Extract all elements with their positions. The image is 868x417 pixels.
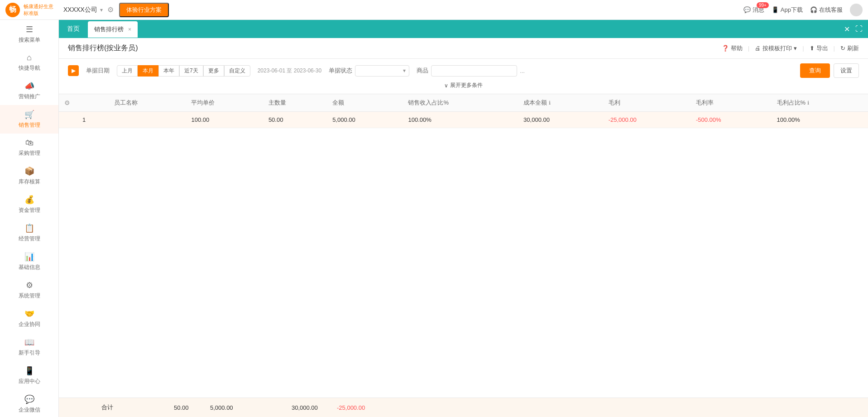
col-avg-price: 平均单价 xyxy=(186,94,263,112)
status-select[interactable] xyxy=(355,65,409,77)
tab-sales-ranking[interactable]: 销售排行榜 × xyxy=(88,21,138,38)
settings-button[interactable]: 设置 xyxy=(834,63,859,78)
date-range-display: 2023-06-01 至 2023-06-30 xyxy=(258,67,321,75)
app-download-button[interactable]: 📱 App下载 xyxy=(772,6,803,14)
goods-filter: 商品 ... xyxy=(417,65,525,77)
page-title: 销售排行榜(按业务员) xyxy=(68,43,138,53)
query-button[interactable]: 查询 xyxy=(800,63,830,78)
col-gross-rate: 毛利率 xyxy=(691,94,772,112)
content-area: 首页 销售排行榜 × ✕ ⛶ 销售排行榜(按业务员) ❓ xyxy=(59,20,868,417)
tab-close-icon[interactable]: × xyxy=(128,26,131,33)
sidebar-item-label: 库存核算 xyxy=(19,178,40,186)
company-settings-icon[interactable]: ⚙ xyxy=(107,5,114,14)
goods-label: 商品 xyxy=(417,67,428,75)
service-icon: 🎧 xyxy=(810,6,817,13)
sidebar-item-quicknav[interactable]: ⌂ 快捷导航 xyxy=(0,48,58,77)
sidebar-item-label: 搜索菜单 xyxy=(19,36,40,44)
footer-cost: 30,000.00 xyxy=(286,403,331,413)
date-btn-thismonth[interactable]: 本月 xyxy=(138,65,158,77)
sidebar-item-system[interactable]: ⚙ 系统管理 xyxy=(0,276,58,304)
logo: 畅 畅康通好生意 标准版 xyxy=(5,3,60,17)
export-button[interactable]: ⬆ 导出 xyxy=(810,44,828,53)
print-button[interactable]: 🖨 按模板打印 ▾ xyxy=(755,44,797,53)
sidebar-item-purchase[interactable]: 🛍 采购管理 xyxy=(0,134,58,162)
sidebar-item-label: 基础信息 xyxy=(19,264,40,271)
tab-home[interactable]: 首页 xyxy=(59,20,88,38)
goods-input[interactable] xyxy=(431,65,517,77)
enterprise-icon: 🤝 xyxy=(24,309,34,319)
col-settings: ⚙ xyxy=(59,94,77,112)
online-service-button[interactable]: 🎧 在线客服 xyxy=(810,6,843,14)
date-btn-more[interactable]: 更多 xyxy=(203,65,224,77)
page-header: 销售排行榜(按业务员) ❓ 帮助 | 🖨 按模板打印 ▾ | xyxy=(59,38,868,59)
refresh-button[interactable]: ↻ 刷新 xyxy=(840,44,859,53)
filter-arrow-icon[interactable]: ▶ xyxy=(68,65,79,76)
col-sales-pct: 销售收入占比% xyxy=(403,94,518,112)
sidebar-item-appstore[interactable]: 📱 应用中心 xyxy=(0,361,58,390)
app-icon: 📱 xyxy=(772,6,779,13)
footer-gross: -25,000.00 xyxy=(331,403,377,413)
trial-button[interactable]: 体验行业方案 xyxy=(119,3,169,17)
sidebar-item-finance[interactable]: 💰 资金管理 xyxy=(0,190,58,219)
cell-gross-rate: -500.00% xyxy=(691,112,772,128)
table-row: 1 100.00 50.00 5,000.00 100.00% 30,000.0… xyxy=(59,112,868,128)
sidebar-item-label: 企业微信 xyxy=(19,406,40,414)
cell-name xyxy=(109,112,186,128)
basic-info-icon: 📊 xyxy=(24,252,34,262)
logo-icon: 畅 xyxy=(5,3,20,17)
sidebar-item-marketing[interactable]: 📣 营销推广 xyxy=(0,77,58,105)
cell-gross: -25,000.00 xyxy=(603,112,691,128)
home-icon: ⌂ xyxy=(27,53,32,62)
tab-bar-right: ✕ ⛶ xyxy=(844,25,868,34)
divider3: | xyxy=(834,45,835,52)
date-btn-7days[interactable]: 近7天 xyxy=(179,65,203,77)
expand-button[interactable]: ∨ 展开更多条件 xyxy=(444,81,483,89)
sidebar-item-enterprise[interactable]: 🤝 企业协同 xyxy=(0,304,58,333)
table-body: 1 100.00 50.00 5,000.00 100.00% 30,000.0… xyxy=(59,112,868,128)
cell-amount: 5,000.00 xyxy=(327,112,403,128)
inventory-icon: 📦 xyxy=(24,166,34,176)
tab-bar: 首页 销售排行榜 × ✕ ⛶ xyxy=(59,20,868,38)
sidebar-item-search[interactable]: ☰ 搜索菜单 xyxy=(0,20,58,48)
table-header-row: ⚙ 员工名称 平均单价 主数量 全额 销售收入占比% 成本全额 ℹ 毛利 xyxy=(59,94,868,112)
table-container: ⚙ 员工名称 平均单价 主数量 全额 销售收入占比% 成本全额 ℹ 毛利 xyxy=(59,94,868,398)
date-btn-custom[interactable]: 自定义 xyxy=(224,65,250,77)
finance-icon: 💰 xyxy=(24,195,34,205)
sidebar-item-label: 采购管理 xyxy=(19,149,40,157)
col-name: 员工名称 xyxy=(109,94,186,112)
sidebar-item-basic[interactable]: 📊 基础信息 xyxy=(0,247,58,276)
date-label: 单据日期 xyxy=(86,67,110,75)
sidebar-item-guide[interactable]: 📖 新手引导 xyxy=(0,333,58,361)
sidebar-item-label: 系统管理 xyxy=(19,292,40,300)
table-footer: 合计 50.00 5,000.00 30,000.00 -25,000.00 xyxy=(59,398,868,417)
sidebar-item-sales[interactable]: 🛒 销售管理 xyxy=(0,105,58,134)
sidebar-item-label: 快捷导航 xyxy=(19,64,40,72)
message-button[interactable]: 💬 消息 99+ xyxy=(743,6,764,14)
footer-label xyxy=(64,406,82,409)
gross-pct-info-icon[interactable]: ℹ xyxy=(807,100,809,105)
date-btn-thisyear[interactable]: 本年 xyxy=(158,65,179,77)
top-bar-right: 💬 消息 99+ 📱 App下载 🎧 在线客服 xyxy=(743,4,863,16)
cost-info-icon[interactable]: ℹ xyxy=(549,100,551,105)
sidebar-item-label: 新手引导 xyxy=(19,349,40,357)
logo-text: 畅康通好生意 标准版 xyxy=(24,3,53,16)
tab-minimize-icon[interactable]: ✕ xyxy=(844,25,850,34)
tab-maximize-icon[interactable]: ⛶ xyxy=(855,25,863,33)
sidebar-item-operations[interactable]: 📋 经营管理 xyxy=(0,219,58,247)
refresh-icon: ↻ xyxy=(840,45,845,52)
company-dropdown-icon[interactable]: ▾ xyxy=(100,7,103,13)
goods-more-icon[interactable]: ... xyxy=(520,67,525,74)
print-dropdown-icon[interactable]: ▾ xyxy=(794,45,797,52)
avatar[interactable] xyxy=(850,4,863,16)
company-name: XXXXX公司 xyxy=(63,6,97,14)
table-settings-icon[interactable]: ⚙ xyxy=(64,99,70,106)
sidebar-item-wechat[interactable]: 💬 企业微信 xyxy=(0,390,58,417)
footer-total-label: 合计 xyxy=(96,402,132,413)
table-wrapper: ⚙ 员工名称 平均单价 主数量 全额 销售收入占比% 成本全额 ℹ 毛利 xyxy=(59,94,868,417)
appstore-icon: 📱 xyxy=(24,366,34,376)
cell-avg-price: 100.00 xyxy=(186,112,263,128)
date-btn-lastmonth[interactable]: 上月 xyxy=(117,65,138,77)
company-selector[interactable]: XXXXX公司 ▾ ⚙ xyxy=(63,5,114,14)
sidebar-item-inventory[interactable]: 📦 库存核算 xyxy=(0,162,58,190)
help-button[interactable]: ❓ 帮助 xyxy=(722,44,743,53)
